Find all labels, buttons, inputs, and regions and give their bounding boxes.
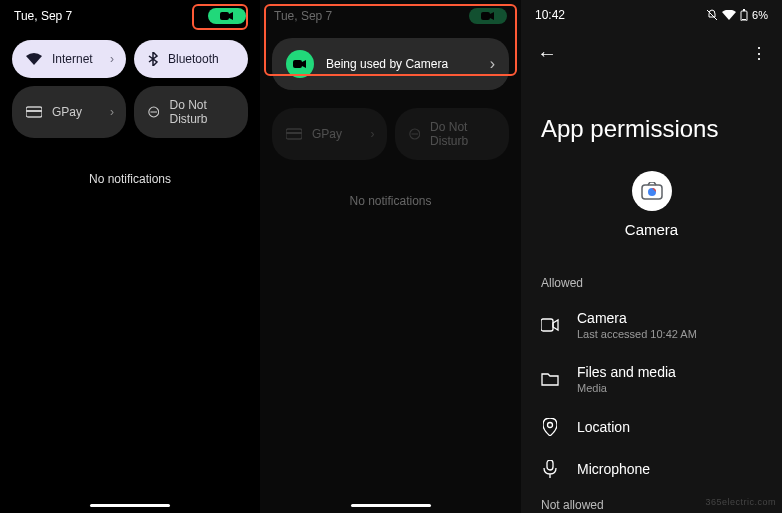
chevron-right-icon: › xyxy=(371,127,375,141)
microphone-icon xyxy=(541,460,559,478)
video-camera-icon xyxy=(220,11,234,21)
camera-icon xyxy=(541,318,559,332)
qs-tile-grid: Internet › Bluetooth GPay › Do Not Distu… xyxy=(0,30,260,148)
location-icon xyxy=(541,418,559,436)
wifi-icon xyxy=(26,53,42,65)
battery-icon xyxy=(740,9,748,21)
svg-rect-8 xyxy=(286,132,302,134)
overflow-menu-button[interactable]: ⋮ xyxy=(751,44,766,63)
wifi-icon xyxy=(722,10,736,20)
svg-rect-5 xyxy=(481,12,490,20)
status-time: 10:42 xyxy=(535,8,565,22)
folder-icon xyxy=(541,372,559,386)
bluetooth-icon xyxy=(148,52,158,66)
app-header: Camera xyxy=(521,171,782,238)
app-permissions-screen: 10:42 6% ← ⋮ App permissions Camera Allo… xyxy=(521,0,782,513)
svg-rect-6 xyxy=(293,60,302,68)
tile-label: GPay xyxy=(312,127,342,141)
permission-label: Location xyxy=(577,419,630,435)
tile-label: Internet xyxy=(52,52,93,66)
app-name: Camera xyxy=(521,221,782,238)
permission-label: Microphone xyxy=(577,461,650,477)
camera-indicator-pill[interactable] xyxy=(469,8,507,24)
tile-internet[interactable]: Internet › xyxy=(12,40,126,78)
tile-gpay[interactable]: GPay › xyxy=(12,86,126,138)
quick-settings-screen-2: Tue, Sep 7 Being used by Camera › GPay ›… xyxy=(260,0,521,513)
permission-location[interactable]: Location xyxy=(521,406,782,448)
svg-point-17 xyxy=(548,423,553,428)
tile-label: Do Not Disturb xyxy=(169,98,234,126)
tile-dnd[interactable]: Do Not Disturb xyxy=(134,86,248,138)
permission-label: Camera xyxy=(577,310,697,326)
video-camera-icon xyxy=(293,59,307,69)
chevron-right-icon: › xyxy=(110,52,114,66)
svg-rect-12 xyxy=(743,9,745,11)
app-icon xyxy=(632,171,672,211)
status-bar: Tue, Sep 7 xyxy=(260,0,521,30)
permission-label: Files and media xyxy=(577,364,676,380)
tile-label: GPay xyxy=(52,105,82,119)
watermark: 365electric.com xyxy=(705,497,776,507)
back-button[interactable]: ← xyxy=(537,42,557,65)
status-bar: Tue, Sep 7 xyxy=(0,0,260,30)
tile-gpay[interactable]: GPay › xyxy=(272,108,387,160)
chevron-right-icon: › xyxy=(110,105,114,119)
video-camera-icon xyxy=(481,11,495,21)
svg-rect-16 xyxy=(541,319,553,331)
camera-app-icon xyxy=(641,182,663,200)
home-handle[interactable] xyxy=(351,504,431,507)
status-date: Tue, Sep 7 xyxy=(14,9,72,23)
svg-rect-0 xyxy=(220,12,229,20)
no-notifications-text: No notifications xyxy=(260,194,521,208)
tile-dnd[interactable]: Do Not Disturb xyxy=(395,108,510,160)
tile-label: Do Not Disturb xyxy=(430,120,495,148)
section-allowed: Allowed xyxy=(521,268,782,298)
dnd-icon xyxy=(409,127,421,141)
page-title: App permissions xyxy=(521,79,782,163)
tile-label: Bluetooth xyxy=(168,52,219,66)
permission-microphone[interactable]: Microphone xyxy=(521,448,782,490)
permission-sublabel: Media xyxy=(577,382,676,394)
permission-files[interactable]: Files and media Media xyxy=(521,352,782,406)
status-bar: 10:42 6% xyxy=(521,0,782,28)
dnd-icon xyxy=(148,105,159,119)
chevron-right-icon: › xyxy=(490,55,495,73)
wallet-icon xyxy=(26,106,42,118)
permission-camera[interactable]: Camera Last accessed 10:42 AM xyxy=(521,298,782,352)
tile-bluetooth[interactable]: Bluetooth xyxy=(134,40,248,78)
notification-icon-circle xyxy=(286,50,314,78)
notification-text: Being used by Camera xyxy=(326,57,478,71)
wallet-icon xyxy=(286,128,302,140)
home-handle[interactable] xyxy=(90,504,170,507)
battery-percent: 6% xyxy=(752,9,768,21)
svg-rect-18 xyxy=(547,460,553,470)
no-notifications-text: No notifications xyxy=(0,172,260,186)
permission-sublabel: Last accessed 10:42 AM xyxy=(577,328,697,340)
status-date: Tue, Sep 7 xyxy=(274,9,332,23)
quick-settings-screen-1: Tue, Sep 7 Internet › Bluetooth GPay › D… xyxy=(0,0,260,513)
qs-tile-grid: GPay › Do Not Disturb xyxy=(260,98,521,170)
svg-rect-2 xyxy=(26,110,42,112)
camera-usage-notification[interactable]: Being used by Camera › xyxy=(272,38,509,90)
svg-rect-13 xyxy=(742,19,746,20)
bell-off-icon xyxy=(706,9,718,21)
app-bar: ← ⋮ xyxy=(521,28,782,79)
camera-indicator-pill[interactable] xyxy=(208,8,246,24)
